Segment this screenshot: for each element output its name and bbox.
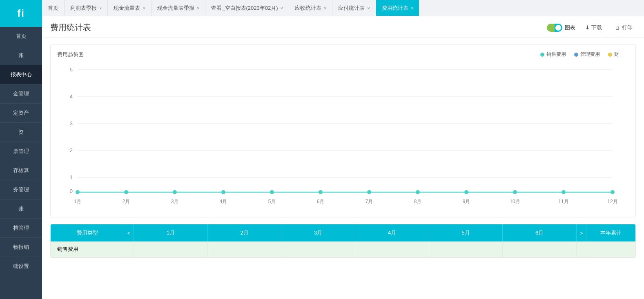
expense-table: 费用类型 < 1月 2月 3月 4月 5月 6月 > 本年累计 销售费用 xyxy=(50,224,636,258)
td-month-1-sales xyxy=(134,241,208,257)
sidebar-logo: fi xyxy=(0,0,42,27)
tab-home[interactable]: 首页 xyxy=(42,0,65,16)
tab-close-profit-quarterly[interactable]: × xyxy=(99,6,102,11)
td-month-4-sales xyxy=(355,241,429,257)
legend-finance-expense: 财 xyxy=(608,51,619,58)
datapoint-sep xyxy=(464,190,468,194)
svg-text:2月: 2月 xyxy=(123,199,130,204)
chart-svg: 5 4 3 2 1 0 xyxy=(57,62,629,209)
legend-label-sales: 销售费用 xyxy=(546,51,566,58)
tab-profit-quarterly[interactable]: 利润表季报 × xyxy=(65,0,108,16)
sidebar: fi 首页 账 报表中心 金管理 定资产 资 票管理 存核算 务管理 账 档管理… xyxy=(0,0,42,299)
print-icon: 🖨 xyxy=(615,24,620,31)
table-body: 销售费用 xyxy=(51,241,635,257)
tab-close-cashflow[interactable]: × xyxy=(143,6,145,11)
page-header: 费用统计表 图表 ⬇ 下载 🖨 打印 xyxy=(42,16,644,38)
datapoint-jan xyxy=(76,190,80,194)
datapoint-aug xyxy=(416,190,420,194)
download-icon: ⬇ xyxy=(585,24,590,31)
tab-close-blank-report[interactable]: × xyxy=(281,6,283,11)
svg-text:7月: 7月 xyxy=(365,199,373,204)
sidebar-item-reports[interactable]: 报表中心 xyxy=(0,65,42,84)
svg-text:3: 3 xyxy=(70,120,73,126)
content-area: 费用统计表 图表 ⬇ 下载 🖨 打印 费用趋势图 xyxy=(42,16,644,299)
tab-close-payable[interactable]: × xyxy=(367,6,370,11)
th-nav-left[interactable]: < xyxy=(124,224,134,241)
sidebar-item-account[interactable]: 账 xyxy=(0,46,42,65)
chart-section: 费用趋势图 销售费用 管理费用 财 xyxy=(50,44,636,217)
datapoint-mar xyxy=(173,190,177,194)
chart-svg-wrap: 5 4 3 2 1 0 xyxy=(57,62,629,210)
td-month-2-sales xyxy=(208,241,282,257)
datapoint-dec xyxy=(611,190,615,194)
sidebar-item-settings[interactable]: 础设置 xyxy=(0,257,42,276)
td-month-5-sales xyxy=(429,241,503,257)
th-month-3: 3月 xyxy=(281,224,355,241)
page-title: 费用统计表 xyxy=(50,22,91,33)
table-row: 销售费用 xyxy=(51,241,635,257)
td-month-6-sales xyxy=(503,241,577,257)
th-month-5: 5月 xyxy=(429,224,503,241)
header-actions: 图表 ⬇ 下载 🖨 打印 xyxy=(547,22,636,33)
th-month-2: 2月 xyxy=(208,224,282,241)
td-nav-spacer-right xyxy=(577,241,586,257)
datapoint-jun xyxy=(319,190,323,194)
legend-sales-expense: 销售费用 xyxy=(540,51,566,58)
sidebar-item-ticket[interactable]: 票管理 xyxy=(0,142,42,161)
datapoint-apr xyxy=(221,190,225,194)
td-month-3-sales xyxy=(281,241,355,257)
th-nav-right[interactable]: > xyxy=(577,224,586,241)
chart-toggle-label: 图表 xyxy=(565,24,575,31)
legend-label-admin: 管理费用 xyxy=(580,51,600,58)
tab-payable[interactable]: 应付统计表 × xyxy=(332,0,376,16)
svg-text:12月: 12月 xyxy=(607,199,617,204)
chart-toggle-wrap[interactable]: 图表 xyxy=(547,24,575,32)
tab-close-cashflow-quarterly[interactable]: × xyxy=(197,6,199,11)
svg-text:11月: 11月 xyxy=(558,199,568,204)
download-button[interactable]: ⬇ 下载 xyxy=(582,22,605,33)
th-month-6: 6月 xyxy=(503,224,577,241)
svg-text:5月: 5月 xyxy=(268,199,276,204)
td-nav-spacer xyxy=(124,241,134,257)
svg-text:4: 4 xyxy=(70,93,73,100)
sidebar-item-finance[interactable]: 金管理 xyxy=(0,84,42,104)
datapoint-feb xyxy=(124,190,128,194)
sidebar-item-resource[interactable]: 资 xyxy=(0,123,42,142)
tab-close-receivable[interactable]: × xyxy=(324,6,326,11)
datapoint-jul xyxy=(367,190,371,194)
tab-expense-stats[interactable]: 费用统计表 × xyxy=(376,0,419,16)
table-header-row: 费用类型 < 1月 2月 3月 4月 5月 6月 > 本年累计 xyxy=(51,224,635,241)
svg-text:4月: 4月 xyxy=(220,199,227,204)
tab-blank-report[interactable]: 查看_空白报表(2023年02月) × xyxy=(205,0,289,16)
td-total-sales xyxy=(586,241,635,257)
legend-dot-sales xyxy=(540,53,544,57)
datapoint-may xyxy=(270,190,274,194)
th-type: 费用类型 xyxy=(51,224,124,241)
tab-cashflow-quarterly[interactable]: 现金流量表季报 × xyxy=(152,0,205,16)
datapoint-nov xyxy=(562,190,566,194)
sidebar-item-archive[interactable]: 档管理 xyxy=(0,219,42,238)
print-button[interactable]: 🖨 打印 xyxy=(612,22,636,33)
legend-label-finance: 财 xyxy=(614,51,619,58)
svg-text:2: 2 xyxy=(70,147,73,153)
legend-admin-expense: 管理费用 xyxy=(574,51,600,58)
datapoint-oct xyxy=(513,190,517,194)
sidebar-item-service[interactable]: 务管理 xyxy=(0,180,42,199)
tab-cashflow[interactable]: 现金流量表 × xyxy=(108,0,151,16)
sidebar-item-expense[interactable]: 畅报销 xyxy=(0,238,42,257)
th-month-4: 4月 xyxy=(355,224,429,241)
tab-receivable[interactable]: 应收统计表 × xyxy=(289,0,332,16)
legend-dot-admin xyxy=(574,53,578,57)
sidebar-item-home[interactable]: 首页 xyxy=(0,27,42,46)
svg-text:3月: 3月 xyxy=(171,199,179,204)
svg-text:10月: 10月 xyxy=(510,199,520,204)
sidebar-item-ledger[interactable]: 账 xyxy=(0,199,42,219)
chart-toggle[interactable] xyxy=(547,24,562,32)
tabs-bar: 首页 利润表季报 × 现金流量表 × 现金流量表季报 × 查看_空白报表(202… xyxy=(42,0,644,16)
svg-text:5: 5 xyxy=(70,66,73,73)
sidebar-item-inventory[interactable]: 存核算 xyxy=(0,161,42,180)
svg-text:9月: 9月 xyxy=(463,199,470,204)
chart-legend: 销售费用 管理费用 财 xyxy=(540,51,619,58)
sidebar-item-assets[interactable]: 定资产 xyxy=(0,104,42,123)
tab-close-expense-stats[interactable]: × xyxy=(411,6,413,11)
